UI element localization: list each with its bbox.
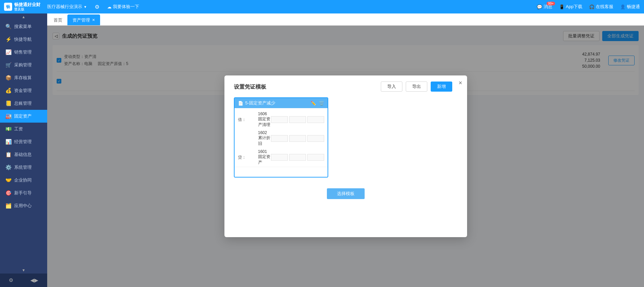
company-name: 医疗器械行业演示	[47, 4, 82, 10]
sidebar-scroll-up[interactable]: ▲	[0, 13, 47, 20]
topbar-center: 医疗器械行业演示 ▼ ⚙ ☁ 我要体验一下	[40, 2, 537, 11]
company-selector[interactable]: 医疗器械行业演示 ▼	[47, 4, 87, 10]
topbar: 畅 畅捷通好业财 普及版 医疗器械行业演示 ▼ ⚙ ☁ 我要体验一下 💬 消息 …	[0, 0, 644, 13]
export-btn[interactable]: 导出	[406, 82, 427, 92]
user-avatar-icon: 👤	[620, 4, 625, 9]
line1-account: 1606 固定资产清理	[258, 111, 271, 128]
tab-home[interactable]: 首页	[49, 14, 67, 25]
settings-footer-icon[interactable]: ⚙	[9, 277, 13, 283]
line2-col3	[307, 135, 324, 142]
line3-account: 1601 固定资产	[258, 149, 271, 165]
tab-assets-label: 资产管理	[72, 17, 90, 23]
line1-col3	[307, 116, 324, 123]
line2-account: 1602 累计折旧	[258, 130, 271, 147]
sidebar-item-label: 系统管理	[14, 164, 32, 170]
service-label: 在线客服	[596, 4, 613, 10]
sidebar-item-label: 库存核算	[14, 75, 32, 81]
sidebar-item-collab[interactable]: 🤝 企业协同	[0, 174, 47, 187]
sidebar-item-guide[interactable]: 🎯 新手引导	[0, 187, 47, 199]
template-header-left: 📄 5-固定资产减少	[238, 100, 276, 106]
template-line-3: 贷： 1601 固定资产	[235, 148, 328, 167]
line1-side: 借：	[238, 117, 258, 123]
sidebar-item-sales[interactable]: 📈 销售管理	[0, 46, 47, 59]
user-btn[interactable]: 👤 畅捷通	[620, 4, 640, 10]
search-icon: 🔍	[5, 24, 11, 30]
app-download-btn[interactable]: 📱 App下载	[559, 4, 582, 10]
tab-assets-close-icon[interactable]: ✕	[92, 18, 95, 22]
inventory-icon: 📦	[5, 75, 11, 81]
online-service-btn[interactable]: 🎧 在线客服	[589, 4, 613, 10]
sidebar-item-inventory[interactable]: 📦 库存核算	[0, 71, 47, 84]
purchase-icon: 🛒	[5, 62, 11, 68]
collab-icon: 🤝	[5, 177, 11, 183]
template-name: 5-固定资产减少	[245, 100, 276, 106]
messages-btn[interactable]: 💬 消息 99+	[537, 4, 552, 10]
new-btn[interactable]: 新增	[431, 82, 452, 92]
modal-actions: 导入 导出 新增	[381, 82, 452, 92]
line1-cols	[271, 116, 324, 123]
sidebar-item-label: 销售管理	[14, 49, 32, 55]
line1-col1	[271, 116, 288, 123]
sidebar-item-label: 基础信息	[14, 152, 32, 158]
service-icon: 🎧	[589, 4, 594, 9]
template-edit-icon[interactable]: ✏️	[311, 101, 316, 106]
sidebar-item-quicknav[interactable]: ⚡ 快捷导航	[0, 33, 47, 46]
sidebar-item-ledger[interactable]: 📒 总账管理	[0, 97, 47, 110]
basic-icon: 📋	[5, 152, 11, 158]
collapse-sidebar-icon[interactable]: ◀▶	[30, 277, 38, 283]
sidebar-item-system[interactable]: ⚙️ 系统管理	[0, 161, 47, 174]
sidebar-footer: ⚙ ◀▶	[0, 274, 47, 287]
line2-col1	[271, 135, 288, 142]
sidebar-item-finance[interactable]: 💰 资金管理	[0, 84, 47, 97]
sidebar-item-label: 工资	[14, 126, 23, 132]
modal-overlay: 设置凭证模板 导入 导出 新增 × 📄 5-固定资产减少 ✏️ 🗑️ 借：	[47, 26, 644, 287]
template-footer: 选择模板	[234, 184, 458, 199]
guide-icon: 🎯	[5, 190, 11, 196]
ledger-icon: 📒	[5, 100, 11, 106]
tab-assets[interactable]: 资产管理 ✕	[67, 14, 100, 25]
template-card: 📄 5-固定资产减少 ✏️ 🗑️ 借： 1606 固定资产清理	[234, 97, 328, 178]
template-delete-icon[interactable]: 🗑️	[319, 101, 324, 106]
sidebar-item-appcenter[interactable]: 🗂️ 应用中心	[0, 199, 47, 212]
company-dropdown-icon: ▼	[84, 5, 87, 9]
sidebar-item-label: 经营管理	[14, 139, 32, 145]
sidebar-item-label: 快捷导航	[14, 36, 32, 42]
sidebar-item-search[interactable]: 🔍 搜索菜单	[0, 20, 47, 33]
line2-cols	[271, 135, 324, 142]
modal-close-btn[interactable]: ×	[459, 79, 462, 87]
sidebar-item-business[interactable]: 📊 经营管理	[0, 135, 47, 148]
sidebar-menu: 🔍 搜索菜单 ⚡ 快捷导航 📈 销售管理 🛒 采购管理 📦 库存核算 💰 资金管…	[0, 20, 47, 267]
line1-col2	[289, 116, 306, 123]
settings-icon[interactable]: ⚙	[92, 2, 102, 11]
sidebar-item-purchase[interactable]: 🛒 采购管理	[0, 59, 47, 71]
line3-cols	[271, 154, 324, 161]
import-btn[interactable]: 导入	[381, 82, 402, 92]
sidebar-item-label: 搜索菜单	[14, 24, 32, 30]
template-card-header: 📄 5-固定资产减少 ✏️ 🗑️	[235, 98, 328, 108]
line3-col3	[307, 154, 324, 161]
sidebar-item-salary[interactable]: 💵 工资	[0, 123, 47, 135]
sidebar-item-label: 总账管理	[14, 100, 32, 106]
template-card-body: 借： 1606 固定资产清理 1602 累计折旧	[235, 108, 328, 177]
trial-btn[interactable]: ☁ 我要体验一下	[107, 4, 139, 10]
template-line-1: 借： 1606 固定资产清理	[235, 110, 328, 129]
sidebar-item-label: 资金管理	[14, 88, 32, 94]
sidebar-item-label: 应用中心	[14, 203, 32, 209]
tabbar: 首页 资产管理 ✕	[47, 13, 644, 26]
app-name: 畅捷通好业财	[14, 2, 40, 7]
fixedasset-icon: 🏭	[5, 113, 11, 119]
sidebar-item-basic[interactable]: 📋 基础信息	[0, 148, 47, 161]
app-download-label: App下载	[566, 4, 582, 10]
line3-side: 贷：	[238, 155, 258, 160]
sidebar-scroll-down[interactable]: ▼	[0, 267, 47, 274]
sidebar-item-fixedasset[interactable]: 🏭 固定资产	[0, 110, 47, 123]
sidebar: ▲ 🔍 搜索菜单 ⚡ 快捷导航 📈 销售管理 🛒 采购管理 📦 库存核算 💰 资…	[0, 13, 47, 287]
template-header-icons: ✏️ 🗑️	[311, 101, 324, 106]
sidebar-item-label: 采购管理	[14, 62, 32, 68]
template-empty-row	[235, 167, 328, 175]
trial-icon: ☁	[107, 4, 112, 9]
select-template-btn[interactable]: 选择模板	[327, 188, 365, 199]
quicknav-icon: ⚡	[5, 36, 11, 42]
user-name: 畅捷通	[627, 4, 640, 10]
system-icon: ⚙️	[5, 164, 11, 170]
